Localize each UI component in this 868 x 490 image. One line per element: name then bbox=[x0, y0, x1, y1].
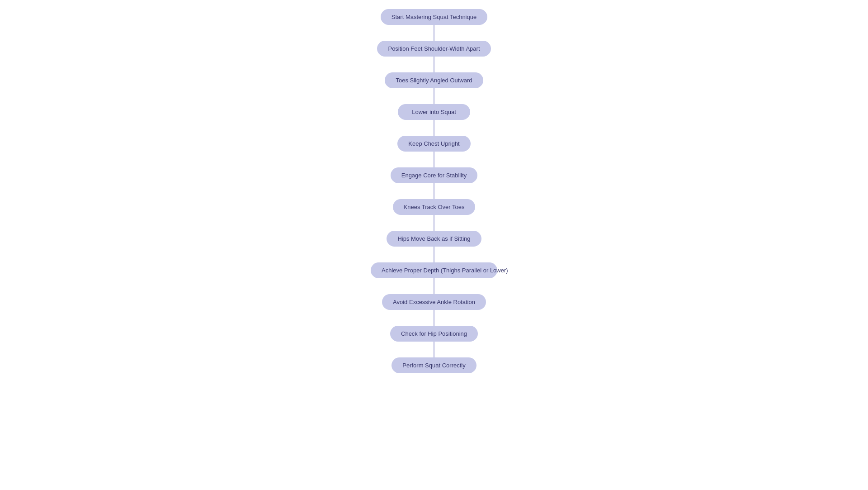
flow-connector-4 bbox=[434, 152, 434, 167]
flow-connector-0 bbox=[434, 25, 434, 41]
flow-node-position-feet: Position Feet Shoulder-Width Apart bbox=[377, 41, 491, 57]
flow-node-lower-squat: Lower into Squat bbox=[398, 104, 470, 120]
flow-node-perform-squat: Perform Squat Correctly bbox=[392, 357, 476, 373]
flow-node-achieve-depth: Achieve Proper Depth (Thighs Parallel or… bbox=[371, 262, 497, 278]
flow-connector-8 bbox=[434, 278, 434, 294]
flow-node-engage-core: Engage Core for Stability bbox=[391, 167, 478, 183]
flow-connector-1 bbox=[434, 57, 434, 72]
flow-connector-7 bbox=[434, 247, 434, 262]
flowchart: Start Mastering Squat TechniquePosition … bbox=[0, 0, 868, 373]
flow-node-start: Start Mastering Squat Technique bbox=[381, 9, 487, 25]
flow-connector-10 bbox=[434, 342, 434, 357]
flow-connector-6 bbox=[434, 215, 434, 231]
flow-connector-5 bbox=[434, 183, 434, 199]
flow-connector-2 bbox=[434, 88, 434, 104]
flow-connector-3 bbox=[434, 120, 434, 136]
flow-node-avoid-ankle: Avoid Excessive Ankle Rotation bbox=[382, 294, 486, 310]
flow-node-keep-chest: Keep Chest Upright bbox=[397, 136, 470, 152]
flow-node-knees-track: Knees Track Over Toes bbox=[393, 199, 476, 215]
flow-connector-9 bbox=[434, 310, 434, 326]
flow-node-check-hip: Check for Hip Positioning bbox=[390, 326, 478, 342]
flow-node-toes-angled: Toes Slightly Angled Outward bbox=[385, 72, 483, 88]
flow-node-hips-move: Hips Move Back as if Sitting bbox=[387, 231, 481, 247]
